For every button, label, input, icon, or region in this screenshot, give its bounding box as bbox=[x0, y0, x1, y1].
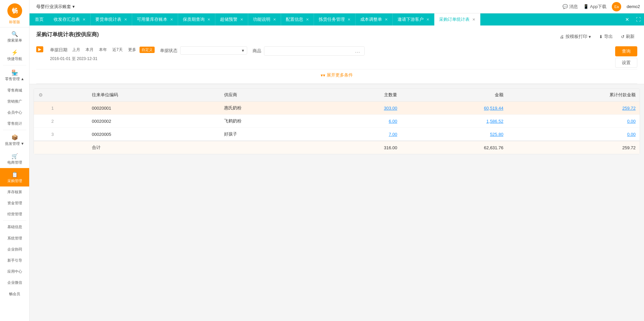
row1-quantity[interactable]: 303.00 bbox=[319, 102, 401, 115]
tab-label-caigouDingdan: 采购订单统计表 bbox=[439, 16, 470, 22]
sidebar-item-wholesale[interactable]: 📦 批发管理 ▼ bbox=[0, 131, 29, 149]
col-settings-btn[interactable]: ⚙ bbox=[39, 92, 43, 98]
user-avatar[interactable]: Ea bbox=[612, 2, 621, 11]
shortcut-7days[interactable]: 近7天 bbox=[110, 46, 125, 53]
sidebar-item-wechat[interactable]: 企业微信 bbox=[0, 277, 29, 288]
sidebar-item-marketing[interactable]: 营销推广 bbox=[0, 96, 29, 107]
expand-icon: ▾▾ bbox=[321, 73, 325, 78]
settings-btn[interactable]: 设置 bbox=[615, 58, 637, 68]
sidebar-label-wholesale: 批发管理 ▼ bbox=[5, 142, 24, 146]
table-area: ⚙ 往来单位编码 供应商 主数量 金额 累计付款金额 bbox=[34, 88, 640, 154]
shortcut-more[interactable]: 更多 bbox=[126, 46, 138, 53]
print-btn[interactable]: 🖨 按模板打印 ▾ bbox=[557, 32, 594, 41]
close-chaochuYujin-icon[interactable]: ✕ bbox=[240, 17, 243, 22]
close-baozhibaoQi-icon[interactable]: ✕ bbox=[207, 17, 210, 22]
row3-settings bbox=[34, 128, 47, 141]
filter-toggle-btn[interactable]: ▶ bbox=[36, 46, 43, 52]
tab-label-gongnengShuoming: 功能说明 bbox=[253, 16, 270, 22]
row2-amount[interactable]: 1,586.52 bbox=[401, 115, 507, 128]
refresh-label: 刷新 bbox=[626, 34, 635, 40]
tab-keyongLiangKucun[interactable]: 可用量库存账本 ✕ bbox=[132, 13, 178, 25]
top-bar: 母婴行业演示账套 ▾ 💬 消息 📱 App下载 Ea demo2 bbox=[30, 0, 644, 13]
goods-more-icon[interactable]: … bbox=[354, 48, 362, 54]
sidebar-item-newguide[interactable]: 新手引导 bbox=[0, 255, 29, 266]
sidebar-item-retail[interactable]: 🏪 零售管理 ▲ bbox=[0, 66, 29, 85]
nav-tabs: 首页 收发存汇总表 ✕ 要货单统计表 ✕ 可用量库存账本 ✕ 保质期查询 ✕ 超… bbox=[30, 13, 644, 25]
sidebar-item-purchase[interactable]: 📋 采购管理 bbox=[0, 168, 29, 186]
tab-yaohuoDanTongJi[interactable]: 要货单统计表 ✕ bbox=[91, 13, 132, 25]
goods-input[interactable]: … bbox=[264, 46, 365, 56]
sidebar-item-basic[interactable]: 基础信息 bbox=[0, 221, 29, 232]
close-keyongLiangKucun-icon[interactable]: ✕ bbox=[170, 17, 173, 22]
page-toolbar: 🖨 按模板打印 ▾ ⬇ 导出 ↺ 刷新 bbox=[557, 30, 637, 44]
tab-shoufaHuizong[interactable]: 收发存汇总表 ✕ bbox=[49, 13, 91, 25]
sidebar-label-member: 会员中心 bbox=[7, 110, 22, 115]
app-download-btn[interactable]: 📱 App下载 bbox=[583, 4, 606, 10]
sidebar-label-retail: 零售管理 ▲ bbox=[5, 77, 24, 81]
close-chengbenTiaozheng-icon[interactable]: ✕ bbox=[385, 17, 388, 22]
close-zhihuoRenwu-icon[interactable]: ✕ bbox=[347, 17, 351, 22]
sidebar-item-search[interactable]: 🔍 搜索菜单 bbox=[0, 28, 29, 46]
close-yaoqingXiayou-icon[interactable]: ✕ bbox=[426, 17, 429, 22]
col-amount-header: 金额 bbox=[401, 89, 507, 102]
nav-tab-actions: ✕ ⛶ bbox=[622, 13, 644, 25]
sidebar-item-member2[interactable]: 畅会员 bbox=[0, 288, 29, 300]
row3-amount[interactable]: 525.80 bbox=[401, 128, 507, 141]
page-title: 采购订单统计表(按供应商) bbox=[36, 31, 99, 38]
row2-quantity[interactable]: 6.00 bbox=[319, 115, 401, 128]
row1-amount[interactable]: 60,519.44 bbox=[401, 102, 507, 115]
close-caigouDingdan-icon[interactable]: ✕ bbox=[472, 17, 475, 22]
sidebar-item-finance[interactable]: 资金管理 bbox=[0, 198, 29, 209]
row1-paid[interactable]: 259.72 bbox=[507, 102, 640, 115]
tab-yaoqingXiayou[interactable]: 邀请下游客户 ✕ bbox=[393, 13, 434, 25]
sidebar-item-quicknav[interactable]: ⚡ 快捷导航 bbox=[0, 46, 29, 64]
tab-peizhi[interactable]: 配置信息 ✕ bbox=[281, 13, 314, 25]
expand-window-btn[interactable]: ⛶ bbox=[633, 13, 644, 25]
message-btn[interactable]: 💬 消息 bbox=[562, 4, 578, 10]
sidebar-item-enterprise[interactable]: 企业协同 bbox=[0, 244, 29, 255]
tab-home[interactable]: 首页 bbox=[30, 13, 49, 25]
tab-baozhibaoQi[interactable]: 保质期查询 ✕ bbox=[178, 13, 215, 25]
main-area: 母婴行业演示账套 ▾ 💬 消息 📱 App下载 Ea demo2 首页 收发存汇… bbox=[30, 0, 644, 321]
top-bar-right: 💬 消息 📱 App下载 Ea demo2 bbox=[562, 2, 640, 11]
workspace-selector[interactable]: 母婴行业演示账套 ▾ bbox=[34, 2, 77, 11]
shortcut-last-month[interactable]: 上月 bbox=[70, 46, 82, 53]
sidebar-item-appcenter[interactable]: 应用中心 bbox=[0, 266, 29, 277]
tab-caigouDingdan[interactable]: 采购订单统计表 ✕ bbox=[434, 13, 480, 25]
custom-date-badge[interactable]: 自定义 bbox=[140, 47, 155, 53]
logo-text: 标签版 bbox=[9, 19, 20, 24]
col-settings-header: ⚙ bbox=[34, 89, 47, 102]
logo-area[interactable]: 畅 标签版 bbox=[0, 0, 29, 28]
shortcut-this-month[interactable]: 本月 bbox=[84, 46, 96, 53]
tab-gongnengShuoming[interactable]: 功能说明 ✕ bbox=[248, 13, 281, 25]
tab-chengbenTiaozheng[interactable]: 成本调整单 ✕ bbox=[356, 13, 393, 25]
row3-paid[interactable]: 0.00 bbox=[507, 128, 640, 141]
page-header: 采购订单统计表(按供应商) 🖨 按模板打印 ▾ ⬇ 导出 ↺ 刷新 bbox=[30, 25, 644, 84]
close-shoufaHuizong-icon[interactable]: ✕ bbox=[83, 17, 86, 22]
tab-zhihuoRenwu[interactable]: 拣货任务管理 ✕ bbox=[314, 13, 356, 25]
sidebar-item-operations[interactable]: 经营管理 bbox=[0, 209, 29, 220]
row2-paid[interactable]: 0.00 bbox=[507, 115, 640, 128]
col-supplier-name-header: 供应商 bbox=[220, 89, 319, 102]
user-name[interactable]: demo2 bbox=[627, 4, 640, 9]
sidebar-item-retail-stats[interactable]: 零售统计 bbox=[0, 118, 29, 129]
expand-filter-btn[interactable]: ▾▾ 展开更多条件 bbox=[321, 72, 353, 78]
query-btn[interactable]: 查询 bbox=[615, 46, 637, 56]
close-all-btn[interactable]: ✕ bbox=[622, 13, 633, 25]
row3-quantity[interactable]: 7.00 bbox=[319, 128, 401, 141]
sidebar-item-member[interactable]: 会员中心 bbox=[0, 107, 29, 118]
sidebar-item-ecommerce[interactable]: 🛒 电商管理 bbox=[0, 150, 29, 168]
date-range: 2016-01-01 至 2023-12-31 bbox=[50, 56, 155, 62]
app-download-label: App下载 bbox=[590, 4, 606, 10]
sidebar-item-system[interactable]: 系统管理 bbox=[0, 233, 29, 244]
sidebar-item-inventory[interactable]: 库存核算 bbox=[0, 186, 29, 198]
export-btn[interactable]: ⬇ 导出 bbox=[596, 32, 615, 41]
tab-chaochuYujin[interactable]: 超储预警 ✕ bbox=[215, 13, 248, 25]
close-gongnengShuoming-icon[interactable]: ✕ bbox=[273, 17, 276, 22]
close-yaohuoDanTongJi-icon[interactable]: ✕ bbox=[124, 17, 127, 22]
shortcut-this-year[interactable]: 本年 bbox=[97, 46, 109, 53]
sidebar-item-retail-shop[interactable]: 零售商城 bbox=[0, 85, 29, 96]
close-peizhi-icon[interactable]: ✕ bbox=[306, 17, 309, 22]
refresh-btn[interactable]: ↺ 刷新 bbox=[618, 32, 637, 41]
status-select[interactable]: ▾ bbox=[180, 46, 247, 55]
